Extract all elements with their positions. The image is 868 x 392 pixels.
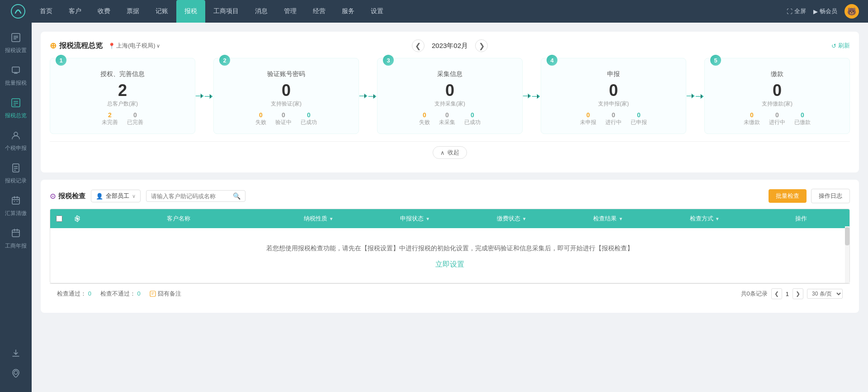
th-declare-status[interactable]: 申报状态 ▼ (367, 209, 464, 228)
sidebar-item-annual-report[interactable]: 工商年报 (0, 223, 32, 255)
next-month-button[interactable]: ❯ (475, 39, 488, 52)
next-page-button[interactable]: ❯ (793, 288, 803, 299)
operation-log-button[interactable]: 操作日志 (811, 189, 850, 203)
filter-icon-4: ▼ (618, 216, 623, 221)
month-nav: ❮ 2023年02月 ❯ (412, 39, 488, 52)
step-4-val-2: 0 (637, 111, 641, 119)
nav-customer[interactable]: 客户 (61, 0, 90, 23)
select-all-checkbox[interactable] (56, 215, 62, 222)
collapse-button[interactable]: ∧ 收起 (433, 146, 467, 159)
svg-rect-23 (12, 230, 19, 237)
employee-select[interactable]: 👤 全部员工 ∨ (91, 190, 141, 202)
sidebar-label-batch-tax: 批量报税 (5, 79, 27, 87)
fail-count-link[interactable]: 0 (137, 290, 140, 297)
footer-stats: 检查通过： 0 检查不通过： 0 囧有备注 (57, 290, 181, 298)
sidebar-item-batch-tax[interactable]: 批量报税 (0, 60, 32, 92)
sidebar-location[interactable] (0, 363, 32, 383)
step-5-sub: 支持缴款(家) (712, 100, 842, 108)
batch-tax-icon (11, 65, 21, 77)
dropdown-icon: ∨ (156, 43, 160, 49)
vip-button[interactable]: ▶ 畅会员 (813, 7, 837, 15)
arrow-1-2 (195, 58, 213, 134)
step-4-title: 申报 (548, 70, 679, 78)
pass-count-link[interactable]: 0 (88, 290, 91, 297)
step-5-count: 0 (712, 81, 842, 100)
step-2-badge: 2 (219, 55, 230, 66)
nav-tax[interactable]: 报税 (176, 0, 205, 23)
nav-invoice[interactable]: 票据 (118, 0, 147, 23)
step-5-val-0: 0 (750, 111, 754, 119)
step-4-count: 0 (548, 81, 679, 100)
step-2-val-1: 0 (282, 111, 285, 119)
nav-home[interactable]: 首页 (32, 0, 61, 23)
th-check-method[interactable]: 检查方式 ▼ (656, 209, 753, 228)
nav-service[interactable]: 服务 (334, 0, 363, 23)
step-3-title: 采集信息 (385, 70, 515, 78)
nav-business[interactable]: 工商项目 (205, 0, 247, 23)
th-tax-nature[interactable]: 纳税性质 ▼ (270, 209, 367, 228)
nav-operation[interactable]: 经营 (305, 0, 334, 23)
sidebar-item-tax-overview[interactable]: 报税总览 (0, 92, 32, 125)
step-5-detail-1: 0 进行中 (769, 111, 785, 126)
flow-step-2: 2 验证账号密码 0 支持验证(家) 0 失败 0 验证中 0 已成功 (213, 58, 359, 134)
nav-message[interactable]: 消息 (247, 0, 276, 23)
nav-bookkeeping[interactable]: 记账 (147, 0, 176, 23)
tax-settings-icon (11, 33, 21, 45)
sidebar-label-annual-report: 工商年报 (5, 242, 27, 250)
step-1-sub: 总客户数(家) (57, 100, 188, 108)
top-navigation: 首页 客户 收费 票据 记账 报税 工商项目 消息 管理 经营 服务 设置 ⛶ … (0, 0, 868, 23)
first-page-button[interactable]: ❮ (771, 288, 782, 299)
tax-check-card: ⊙ 报税检查 👤 全部员工 ∨ 🔍 批量检查 操作日志 (41, 180, 859, 313)
sidebar-item-tax-settings[interactable]: 报税设置 (0, 27, 32, 60)
svg-point-12 (14, 132, 18, 136)
tax-check-title: ⊙ 报税检查 (50, 192, 85, 201)
total-records: 共0条记录 (741, 290, 768, 298)
step-2-detail-1: 0 验证中 (275, 111, 292, 126)
th-settings[interactable] (68, 209, 86, 228)
sidebar-bottom (0, 343, 32, 392)
fullscreen-button[interactable]: ⛶ 全屏 (787, 7, 806, 15)
step-2-label-1: 验证中 (275, 119, 292, 126)
note-icon (150, 291, 156, 297)
step-3-label-0: 失败 (419, 119, 430, 126)
step-5-label-0: 未缴款 (744, 119, 760, 126)
sidebar-download[interactable] (0, 343, 32, 363)
step-4-detail-0: 0 未申报 (580, 111, 596, 126)
step-5-detail-0: 0 未缴款 (744, 111, 760, 126)
pagination: 共0条记录 ❮ 1 ❯ 30 条/页 (741, 288, 843, 299)
arrow-2-3 (359, 58, 377, 134)
overview-card: ⊕ 报税流程总览 📍 上海(电子税局) ∨ ❮ 2023年02月 ❯ ↺ 刷新 … (41, 32, 859, 172)
tax-check-header: ⊙ 报税检查 👤 全部员工 ∨ 🔍 批量检查 操作日志 (50, 189, 850, 203)
step-5-val-1: 0 (775, 111, 779, 119)
refresh-button[interactable]: ↺ 刷新 (831, 42, 850, 50)
step-2-detail-2: 0 已成功 (301, 111, 317, 126)
flow-steps: 1 授权、完善信息 2 总客户数(家) 2 未完善 0 已完善 (50, 58, 850, 134)
location-tag[interactable]: 📍 上海(电子税局) ∨ (108, 42, 160, 50)
sidebar-item-personal-tax[interactable]: 个税申报 (0, 125, 32, 158)
search-input[interactable] (151, 193, 233, 200)
collapse-label: 收起 (448, 148, 459, 157)
prev-month-button[interactable]: ❮ (412, 39, 425, 52)
th-pay-status[interactable]: 缴费状态 ▼ (463, 209, 560, 228)
nav-fee[interactable]: 收费 (90, 0, 118, 23)
search-icon[interactable]: 🔍 (233, 192, 241, 200)
nav-management[interactable]: 管理 (276, 0, 305, 23)
sidebar-item-tax-record[interactable]: 报税记录 (0, 158, 32, 190)
table-header: 客户名称 纳税性质 ▼ 申报状态 ▼ 缴费状态 ▼ 检查结果 ▼ (50, 209, 849, 228)
avatar[interactable]: 🐻 (844, 4, 859, 19)
setup-link[interactable]: 立即设置 (435, 260, 464, 268)
step-2-val-0: 0 (259, 111, 263, 119)
th-check-result[interactable]: 检查结果 ▼ (560, 209, 657, 228)
personal-tax-icon (11, 130, 21, 143)
step-1-details: 2 未完善 0 已完善 (57, 111, 188, 126)
refresh-icon: ↺ (831, 43, 836, 49)
batch-check-button[interactable]: 批量检查 (769, 189, 807, 203)
step-3-detail-0: 0 失败 (419, 111, 430, 126)
th-checkbox[interactable] (50, 209, 68, 228)
sidebar-item-clearance[interactable]: 汇算清缴 (0, 190, 32, 223)
nav-settings[interactable]: 设置 (363, 0, 392, 23)
svg-rect-8 (12, 99, 20, 107)
employee-select-icon: 👤 (96, 193, 103, 200)
per-page-select[interactable]: 30 条/页 (807, 289, 843, 299)
main-content: ⊕ 报税流程总览 📍 上海(电子税局) ∨ ❮ 2023年02月 ❯ ↺ 刷新 … (32, 23, 868, 392)
